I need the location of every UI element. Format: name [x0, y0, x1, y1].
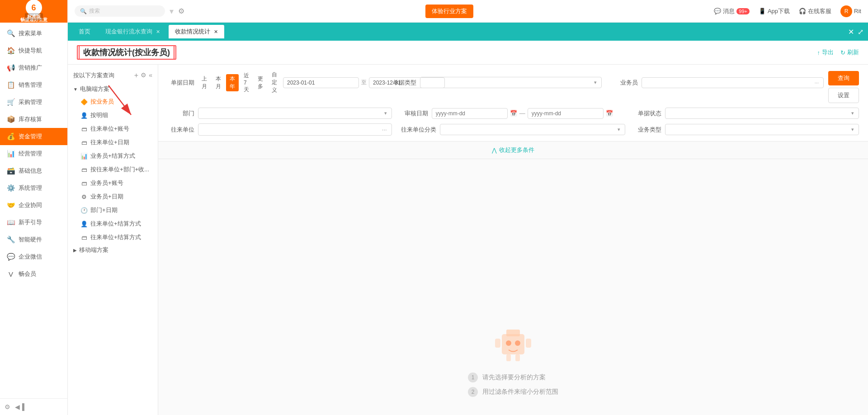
dept-date-icon: 🕐: [80, 207, 88, 214]
salesperson-filter-item: 业务员 ···: [611, 70, 824, 95]
add-scheme-icon[interactable]: +: [134, 71, 138, 80]
dept-filter-item: 部门 ▾: [167, 108, 392, 119]
date-filter-item: 单据日期 上月 本月 本年 近7天 更多 自定义: [167, 70, 380, 95]
sidebar-item-basic-info[interactable]: 🗃️ 基础信息: [0, 162, 67, 179]
review-date-to[interactable]: [528, 108, 604, 119]
sidebar-item-label-quicknav: 快捷导航: [19, 47, 42, 55]
scheme-item-detail[interactable]: 👤 按明细: [68, 108, 158, 122]
salesperson-select[interactable]: ···: [642, 77, 824, 88]
online-service-btn[interactable]: 🎧 在线客服: [799, 7, 831, 15]
doc-type-select[interactable]: ▾: [420, 77, 602, 88]
sidebar-item-vip[interactable]: V 畅会员: [0, 265, 67, 283]
tab-bank-flow[interactable]: 现金银行流水查询 ✕: [99, 25, 166, 38]
tip-num-1: 1: [468, 373, 478, 382]
system-icon: ⚙️: [7, 184, 15, 192]
sidebar-item-marketing[interactable]: 📢 营销推广: [0, 59, 67, 76]
export-btn[interactable]: ↑ 导出: [817, 48, 834, 57]
partner-more-btn[interactable]: ···: [382, 126, 387, 133]
scheme-item-partner-account[interactable]: 🗃 往来单位+账号: [68, 122, 158, 136]
scheme-item-dept-date[interactable]: 🕐 部门+日期: [68, 203, 158, 217]
app-download-btn[interactable]: 📱 App下载: [759, 7, 790, 15]
scheme-item-partner-settle2[interactable]: 🗃 往来单位+结算方式: [68, 231, 158, 244]
sidebar-item-smart-hw[interactable]: 🔧 智能硬件: [0, 231, 67, 248]
partner-category-select[interactable]: ▾: [440, 124, 626, 135]
sidebar-item-finance[interactable]: 💰 资金管理: [0, 128, 67, 145]
date-from-input[interactable]: [283, 77, 359, 88]
sidebar-item-company[interactable]: 🤝 企业协同: [0, 197, 67, 214]
partner-select[interactable]: ···: [198, 123, 392, 136]
sidebar-item-label-wechat: 企业微信: [19, 253, 42, 261]
sidebar-item-operations[interactable]: 📊 经营管理: [0, 145, 67, 162]
scheme-item-salesperson-settle[interactable]: 📊 业务员+结算方式: [68, 149, 158, 163]
tab-bank-label: 现金银行流水查询: [105, 28, 152, 36]
date-tab-custom[interactable]: 自定义: [268, 70, 281, 95]
salesperson-account-label: 业务员+账号: [90, 179, 123, 187]
scheme-settings-icon[interactable]: ⚙: [141, 71, 146, 80]
doc-status-select[interactable]: ▾: [665, 108, 859, 119]
collapse-panel-icon[interactable]: «: [149, 71, 152, 80]
page-title: 收款情况统计(按业务员): [79, 45, 175, 60]
sidebar-item-wechat[interactable]: 💬 企业微信: [0, 248, 67, 265]
refresh-btn[interactable]: ↻ 刷新: [840, 48, 859, 57]
pc-scheme-expand-icon: ▼: [73, 87, 78, 92]
filter-row-2: 部门 ▾ 审核日期 📅 —: [167, 108, 859, 119]
sidebar-item-label-marketing: 营销推广: [19, 64, 42, 72]
topbar: 🔍 搜索 ▾ ⚙ 体验行业方案 💬 消息 99+ 📱 App下载 🎧 在线客服: [68, 0, 868, 23]
maximize-icon[interactable]: ⤢: [858, 28, 863, 36]
mobile-scheme-header[interactable]: ▶ 移动端方案: [68, 244, 158, 256]
date-tab-this-year[interactable]: 本年: [226, 74, 239, 91]
trial-btn[interactable]: 体验行业方案: [425, 5, 473, 18]
sidebar-item-inventory[interactable]: 📦 库存核算: [0, 111, 67, 128]
messages-btn[interactable]: 💬 消息 99+: [714, 7, 750, 15]
pc-scheme-header[interactable]: ▼ 电脑端方案: [68, 83, 158, 95]
tab-collection-close-icon[interactable]: ✕: [214, 29, 218, 35]
scheme-item-salesperson-account[interactable]: 🗃 业务员+账号: [68, 176, 158, 190]
sidebar-item-label-guide: 新手引导: [19, 218, 42, 226]
review-date-calendar-icon1[interactable]: 📅: [510, 110, 517, 117]
close-tab-icon[interactable]: ✕: [848, 28, 854, 36]
tab-bank-close-icon[interactable]: ✕: [156, 29, 160, 35]
partner-content: ···: [198, 123, 392, 136]
tab-home[interactable]: 首页: [72, 25, 97, 38]
user-avatar-area[interactable]: R Rit: [840, 5, 861, 17]
messages-label: 消息: [723, 7, 735, 15]
date-tab-this-month[interactable]: 本月: [212, 74, 225, 91]
sidebar-item-sales[interactable]: 📋 销售管理: [0, 76, 67, 94]
date-sep: 至: [361, 79, 367, 86]
sidebar-item-quicknav[interactable]: 🏠 快捷导航: [0, 42, 67, 59]
tab-collection-stats[interactable]: 收款情况统计 ✕: [169, 25, 224, 38]
review-date-from[interactable]: [432, 108, 508, 119]
left-panel-header: 按以下方案查询 + ⚙ «: [68, 69, 158, 83]
topbar-settings-icon[interactable]: ⚙: [178, 7, 184, 15]
salesperson-label: 业务员: [611, 79, 638, 87]
doc-type-label: 单据类型: [389, 79, 416, 87]
collapse-label: 收起更多条件: [499, 146, 534, 154]
sidebar-item-purchase[interactable]: 🛒 采购管理: [0, 94, 67, 111]
sidebar-item-system[interactable]: ⚙️ 系统管理: [0, 179, 67, 197]
scheme-item-partner-date[interactable]: 🗃 往来单位+日期: [68, 136, 158, 149]
dept-select[interactable]: ▾: [198, 108, 392, 119]
date-tab-last-month[interactable]: 上月: [198, 74, 211, 91]
sidebar-item-guide[interactable]: 📖 新手引导: [0, 214, 67, 231]
scheme-item-partner-dept[interactable]: 🗃 按往来单位+部门+收...: [68, 163, 158, 176]
sidebar-item-search[interactable]: 🔍 搜索菜单: [0, 25, 67, 42]
svg-point-4: [506, 340, 511, 346]
collapse-bar[interactable]: ⋀ 收起更多条件: [158, 141, 868, 159]
tip-item-1: 1 请先选择要分析的方案: [468, 373, 558, 382]
svg-rect-6: [495, 339, 500, 348]
scheme-item-salesperson-date[interactable]: ⚙ 业务员+日期: [68, 190, 158, 203]
download-icon: 📱: [759, 8, 766, 14]
search-bar[interactable]: 🔍 搜索: [75, 5, 165, 17]
collapse-sidebar-icon[interactable]: ◀▐: [15, 403, 24, 410]
topbar-dropdown-icon[interactable]: ▾: [170, 6, 174, 16]
date-tab-7days[interactable]: 近7天: [240, 71, 253, 94]
date-tab-more[interactable]: 更多: [254, 74, 267, 91]
scheme-item-salesperson[interactable]: 🔶 按业务员: [68, 95, 158, 108]
scheme-item-partner-settle1[interactable]: 👤 往来单位+结算方式: [68, 217, 158, 231]
biz-type-select[interactable]: ▾: [665, 124, 859, 135]
review-date-calendar-icon2[interactable]: 📅: [606, 110, 613, 117]
dept-content: ▾: [198, 108, 392, 119]
set-btn[interactable]: 设置: [828, 88, 859, 103]
query-btn[interactable]: 查询: [828, 71, 859, 85]
settings-bottom-icon[interactable]: ⚙: [5, 403, 10, 410]
